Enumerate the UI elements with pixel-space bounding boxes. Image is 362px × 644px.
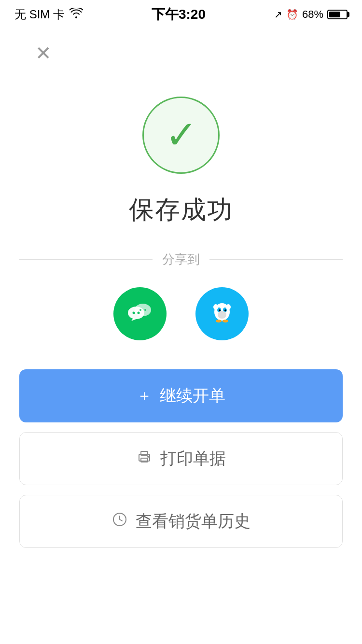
wechat-share-button[interactable] — [113, 287, 167, 340]
wechat-icon — [125, 298, 155, 329]
close-button[interactable]: ✕ — [29, 39, 58, 68]
share-divider-text: 分享到 — [162, 251, 200, 268]
success-icon-circle: ✓ — [142, 97, 220, 174]
divider-line-left — [19, 259, 153, 260]
status-time: 下午3:20 — [152, 5, 206, 24]
svg-point-20 — [147, 456, 149, 458]
page-content: ✕ ✓ 保存成功 分享到 — [0, 29, 362, 644]
battery-bar — [327, 10, 348, 19]
qq-icon — [207, 298, 237, 329]
history-icon — [111, 511, 128, 532]
print-button[interactable]: 打印单据 — [19, 432, 343, 485]
qq-share-button[interactable] — [195, 287, 249, 340]
print-label: 打印单据 — [160, 448, 226, 470]
svg-point-2 — [133, 312, 135, 314]
plus-icon: ＋ — [137, 385, 152, 406]
status-left: 无 SIM 卡 — [14, 7, 83, 22]
share-divider: 分享到 — [19, 251, 343, 268]
wifi-icon — [70, 8, 83, 21]
action-buttons: ＋ 继续开单 打印单据 查看销货单历史 — [19, 369, 343, 548]
svg-point-5 — [144, 309, 146, 311]
svg-point-15 — [213, 304, 218, 310]
svg-point-3 — [138, 312, 140, 314]
share-icons — [113, 287, 249, 340]
svg-point-12 — [216, 320, 222, 322]
history-button[interactable]: 查看销货单历史 — [19, 495, 343, 548]
sim-text: 无 SIM 卡 — [14, 7, 65, 22]
close-icon: ✕ — [35, 43, 52, 63]
location-icon: ↗ — [274, 9, 282, 20]
svg-point-10 — [224, 309, 226, 311]
printer-icon — [136, 448, 153, 469]
continue-label: 继续开单 — [160, 385, 225, 407]
status-right: ↗ ⏰ 68% — [274, 8, 348, 21]
svg-point-9 — [219, 309, 221, 311]
alarm-icon: ⏰ — [286, 9, 298, 20]
svg-point-4 — [139, 309, 141, 311]
svg-point-16 — [226, 304, 231, 310]
divider-line-right — [209, 259, 343, 260]
status-bar: 无 SIM 卡 下午3:20 ↗ ⏰ 68% — [0, 0, 362, 29]
svg-point-14 — [218, 311, 226, 319]
continue-button[interactable]: ＋ 继续开单 — [19, 369, 343, 422]
checkmark-icon: ✓ — [165, 116, 197, 154]
success-title: 保存成功 — [129, 193, 233, 227]
battery-fill — [329, 12, 340, 17]
history-label: 查看销货单历史 — [136, 510, 251, 532]
svg-point-1 — [135, 304, 151, 316]
battery-percent: 68% — [302, 8, 323, 21]
svg-point-13 — [223, 320, 228, 322]
